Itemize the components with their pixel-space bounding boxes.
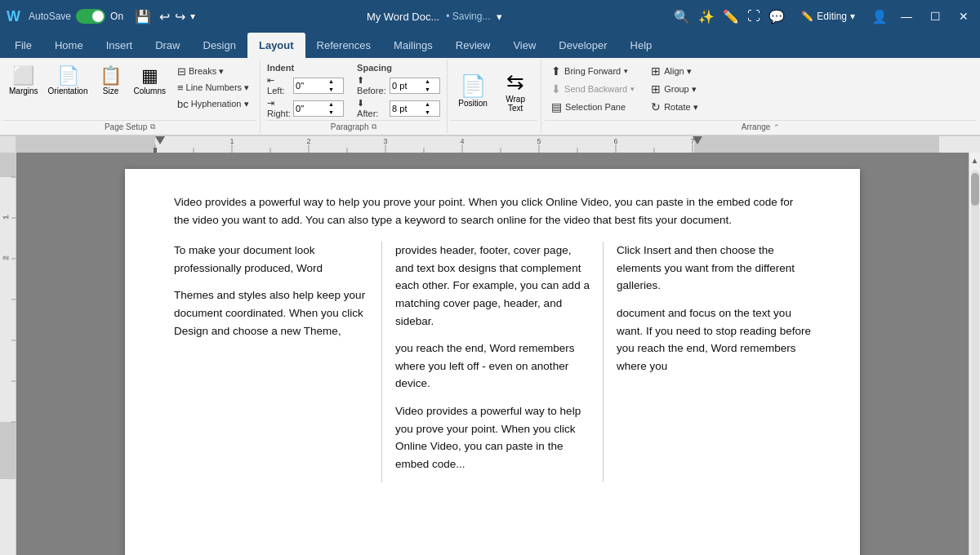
spacing-before-down[interactable]: ▼ [425, 86, 430, 94]
main-area: 1 2 Video provides a powerful way to hel… [0, 153, 980, 555]
send-backward-icon: ⬇ [551, 82, 561, 95]
indent-left-spin: ▲ ▼ [328, 78, 334, 94]
editing-pen-icon: ✏️ [801, 11, 813, 22]
size-button[interactable]: 📋 Size [94, 63, 128, 98]
tab-developer[interactable]: Developer [547, 33, 618, 58]
ruler-container: 1 2 3 4 5 6 7 [0, 136, 980, 153]
column-3: Click Insert and then choose the element… [604, 242, 811, 482]
tab-draw[interactable]: Draw [144, 33, 191, 58]
svg-rect-30 [0, 422, 16, 479]
breaks-icon: ⊟ [177, 65, 186, 78]
close-btn[interactable]: ✕ [954, 10, 973, 23]
editing-button[interactable]: ✏️ Editing ▾ [793, 7, 863, 25]
indent-right-input[interactable] [294, 104, 328, 113]
page-setup-expand-icon[interactable]: ⧉ [150, 122, 155, 131]
send-backward-arrow[interactable]: ▾ [630, 85, 635, 93]
position-icon: 📄 [460, 73, 486, 99]
line-numbers-button[interactable]: ≡ Line Numbers ▾ [175, 81, 252, 95]
pen-icon[interactable]: ✏️ [723, 9, 739, 24]
spacing-before-input[interactable] [390, 81, 425, 91]
margins-button[interactable]: ⬜ Margins [5, 63, 42, 98]
send-backward-label: Send Backward [564, 84, 627, 94]
indent-left-label: ⇤ Left: [267, 75, 290, 95]
indent-right-up[interactable]: ▲ [328, 100, 334, 109]
wrap-position-group: 📄 Position ⇆ WrapText [448, 60, 541, 133]
indent-left-up[interactable]: ▲ [328, 78, 334, 86]
saving-status: • Saving... [446, 11, 490, 22]
minimize-btn[interactable]: — [896, 10, 917, 23]
spacing-after-spin: ▲ ▼ [425, 100, 430, 117]
tab-design[interactable]: Design [192, 33, 247, 58]
vertical-scrollbar[interactable]: ▲ ▼ [969, 153, 980, 555]
save-icon[interactable]: 💾 [135, 9, 151, 24]
indent-right-row: ⇥ Right: ▲ ▼ [267, 98, 344, 118]
tab-home[interactable]: Home [43, 33, 95, 58]
spacing-before-up[interactable]: ▲ [425, 78, 430, 86]
selection-pane-button[interactable]: ▤ Selection Pane [546, 99, 639, 115]
arrange-group-label: Arrange ⌃ [545, 120, 977, 133]
editing-dropdown[interactable]: ▾ [850, 11, 855, 22]
dropdown-arrow[interactable]: ▾ [497, 11, 502, 23]
comment-icon[interactable]: 💬 [768, 9, 785, 24]
spacing-after-down[interactable]: ▼ [425, 109, 430, 117]
hyphenation-icon: bc [177, 98, 189, 110]
title-bar: W AutoSave On 💾 ↩ ↪ ▾ My Word Doc... • S… [0, 0, 980, 33]
autosave-toggle[interactable] [76, 9, 105, 24]
indent-left-down[interactable]: ▼ [328, 86, 334, 94]
customize-btn[interactable]: ▾ [190, 11, 195, 22]
columns-icon: ▦ [141, 65, 158, 87]
spacing-after-input[interactable] [390, 104, 425, 113]
undo-btn[interactable]: ↩ [159, 9, 170, 24]
title-bar-center: My Word Doc... • Saving... ▾ [367, 11, 503, 23]
svg-text:1: 1 [2, 215, 10, 219]
scroll-thumb-v[interactable] [971, 173, 979, 206]
position-button[interactable]: 📄 Position [452, 71, 493, 110]
tab-insert[interactable]: Insert [95, 33, 145, 58]
doc-scroll[interactable]: Video provides a powerful way to help yo… [16, 153, 969, 555]
tab-help[interactable]: Help [619, 33, 664, 58]
svg-text:3: 3 [383, 137, 387, 145]
tab-file[interactable]: File [3, 33, 43, 58]
group-button[interactable]: ⊞ Group ▾ [646, 81, 702, 97]
share-icon[interactable]: 👤 [871, 9, 888, 24]
spacing-after-up[interactable]: ▲ [425, 100, 430, 109]
selection-pane-label: Selection Pane [565, 102, 626, 112]
doc-name: My Word Doc... [367, 11, 439, 23]
spacing-after-row: ⬇ After: ▲ ▼ [357, 98, 440, 118]
tab-mailings[interactable]: Mailings [382, 33, 444, 58]
copilot-icon[interactable]: ✨ [698, 9, 715, 24]
indent-right-down[interactable]: ▼ [328, 109, 334, 117]
breaks-button[interactable]: ⊟ Breaks ▾ [175, 64, 252, 78]
scroll-track-v[interactable] [971, 170, 979, 555]
send-backward-button[interactable]: ⬇ Send Backward ▾ [546, 81, 639, 97]
spacing-before-row: ⬆ Before: ▲ ▼ [357, 75, 440, 95]
paragraph-expand-icon[interactable]: ⧉ [372, 122, 376, 131]
indent-left-input[interactable] [294, 81, 328, 91]
indent-right-spin: ▲ ▼ [328, 100, 334, 117]
page-setup-group-label: Page Setup ⧉ [3, 120, 256, 133]
tab-review[interactable]: Review [444, 33, 502, 58]
fullscreen-icon[interactable]: ⛶ [747, 9, 760, 24]
redo-btn[interactable]: ↪ [175, 9, 185, 24]
scroll-up-arrow[interactable]: ▲ [969, 154, 980, 166]
rotate-button[interactable]: ↻ Rotate ▾ [646, 99, 702, 115]
align-button[interactable]: ⊞ Align ▾ [646, 63, 702, 79]
arrange-collapse-icon[interactable]: ⌃ [773, 123, 780, 131]
group-icon: ⊞ [651, 82, 661, 95]
wrap-text-button[interactable]: ⇆ WrapText [495, 67, 536, 115]
indent-right-label: ⇥ Right: [267, 98, 290, 118]
ribbon-content: ⬜ Margins 📄 Orientation 📋 Size ▦ Columns [0, 58, 980, 135]
tab-layout[interactable]: Layout [247, 33, 305, 58]
tab-view[interactable]: View [501, 33, 547, 58]
tab-references[interactable]: References [305, 33, 382, 58]
bring-forward-arrow[interactable]: ▾ [624, 67, 628, 75]
search-icon[interactable]: 🔍 [674, 9, 690, 24]
svg-text:5: 5 [537, 137, 541, 145]
intro-paragraph: Video provides a powerful way to help yo… [174, 193, 811, 229]
hyphenation-button[interactable]: bc Hyphenation ▾ [175, 97, 252, 111]
orientation-button[interactable]: 📄 Orientation [44, 63, 92, 98]
wrap-group-label [451, 120, 537, 133]
columns-button[interactable]: ▦ Columns [130, 63, 170, 98]
maximize-btn[interactable]: ☐ [925, 10, 946, 23]
bring-forward-button[interactable]: ⬆ Bring Forward ▾ [546, 63, 639, 79]
